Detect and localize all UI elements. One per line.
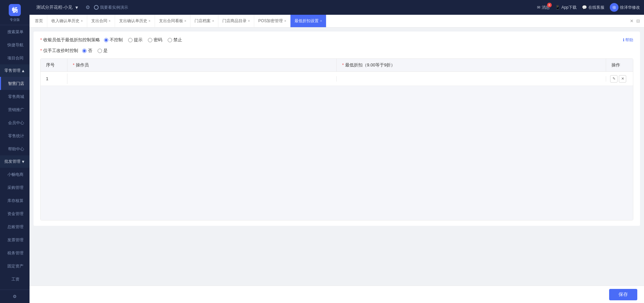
sidebar-logo: 畅 专业版 [0, 0, 30, 25]
sidebar-item-shortcut[interactable]: 快捷导航 [0, 38, 30, 51]
topbar: 测试分开花程-小见 ▼ ⚙ 我要看实例演示 ✉ 消息 8 📱 App下载 💬 在… [30, 0, 644, 15]
delete-button[interactable]: ✕ [619, 75, 626, 83]
message-button[interactable]: ✉ 消息 8 [537, 5, 550, 10]
tabs-actions: ✕ ⊟ [627, 18, 643, 23]
tab-store-file[interactable]: 门店档案 × [191, 15, 218, 28]
sidebar: 畅 专业版 搜索菜单 快捷导航 项目合同 零售管理 ▲ 智营门店 零售商城 营销… [0, 0, 30, 303]
col-header-operator: 操作员 [67, 59, 337, 71]
sidebar-item-smart-store[interactable]: 智营门店 [0, 77, 30, 90]
tab-close-income-confirm[interactable]: × [81, 19, 83, 23]
bottom-bar: 保存 [30, 286, 644, 303]
tab-close-min-discount[interactable]: × [320, 19, 322, 23]
radio-no-control[interactable]: 不控制 [104, 37, 123, 43]
discount-table: 序号 操作员 最低折扣（9.00等于9折） 操作 1 ✎ ✕ [40, 58, 633, 220]
online-service-button[interactable]: 💬 在线客服 [582, 5, 604, 10]
sidebar-item-marketing[interactable]: 营销推广 [0, 103, 30, 116]
tab-payment-confirm[interactable]: 支出确认单历史 × [115, 15, 155, 28]
topbar-right: ✉ 消息 8 📱 App下载 💬 在线客服 徐 徐泽华修改 [537, 3, 640, 12]
sidebar-item-payroll[interactable]: 工资 [0, 272, 30, 286]
sidebar-item-member[interactable]: 会员中心 [0, 116, 30, 129]
tabs-bar: 首页 收入确认单历史 × 支出合同 × 支出确认单历史 × 支出合同看板 × 门… [30, 15, 644, 28]
help-icon: ℹ [623, 38, 625, 42]
sidebar-item-online-store[interactable]: 零售商城 [0, 90, 30, 103]
chevron-down-icon: ▼ [21, 159, 25, 164]
sidebar-item-purchase[interactable]: 采购管理 [0, 181, 30, 194]
tab-home[interactable]: 首页 [31, 15, 47, 28]
sidebar-item-inventory[interactable]: 库存核算 [0, 194, 30, 207]
cell-seq-1: 1 [41, 73, 67, 84]
radio-remind[interactable]: 提示 [128, 37, 143, 43]
main-area: 测试分开花程-小见 ▼ ⚙ 我要看实例演示 ✉ 消息 8 📱 App下载 💬 在… [30, 0, 644, 303]
table-header: 序号 操作员 最低折扣（9.00等于9折） 操作 [41, 59, 633, 72]
sidebar-item-contract[interactable]: 项目合同 [0, 51, 30, 64]
message-badge: 8 [547, 3, 552, 7]
sidebar-item-invoice[interactable]: 发票管理 [0, 233, 30, 246]
table-row: 1 ✎ ✕ [41, 72, 633, 86]
page-content: 收银员低于最低折扣控制策略 不控制 提示 密码 [30, 28, 644, 286]
field2-label: 仅手工改价时控制 [40, 48, 78, 54]
tab-income-confirm[interactable]: 收入确认单历史 × [47, 15, 87, 28]
logo-text: 专业版 [10, 17, 20, 22]
col-header-seq: 序号 [41, 59, 67, 71]
sidebar-item-wholesale[interactable]: 批发管理 ▼ [0, 155, 30, 168]
sidebar-item-tax[interactable]: 税务管理 [0, 246, 30, 259]
sidebar-item-accounting[interactable]: 总账管理 [0, 220, 30, 233]
settings-icon[interactable]: ⚙ [86, 4, 90, 10]
sidebar-item-fixed-assets[interactable]: 固定资产 [0, 259, 30, 272]
radio-yes[interactable]: 是 [98, 48, 108, 54]
edit-button[interactable]: ✎ [610, 75, 618, 83]
col-header-action: 操作 [606, 59, 633, 71]
logo-icon: 畅 [9, 4, 21, 16]
tab-min-discount[interactable]: 最低折扣设置 × [290, 15, 326, 28]
radio-no[interactable]: 否 [82, 48, 92, 54]
message-icon: ✉ [537, 5, 540, 10]
cell-discount-1 [337, 76, 606, 82]
sidebar-item-retail[interactable]: 零售管理 ▲ [0, 64, 30, 77]
save-button[interactable]: 保存 [609, 289, 637, 300]
download-icon: 📱 [555, 5, 560, 10]
tabs-menu-icon[interactable]: ⊟ [636, 18, 640, 23]
tab-close-payment-confirm[interactable]: × [149, 19, 151, 23]
cell-action-1: ✎ ✕ [606, 72, 633, 85]
tab-close-pos-password[interactable]: × [284, 19, 286, 23]
tab-close-store-catalog[interactable]: × [248, 19, 250, 23]
tab-close-store-file[interactable]: × [212, 19, 214, 23]
cell-operator-1 [67, 76, 337, 82]
service-icon: 💬 [582, 5, 587, 10]
tab-payment-board[interactable]: 支出合同看板 × [155, 15, 191, 28]
help-link[interactable]: ℹ 帮助 [623, 37, 633, 43]
tab-close-payment-board[interactable]: × [184, 19, 186, 23]
demo-circle-icon [94, 5, 99, 10]
tabs-close-icon[interactable]: ✕ [630, 18, 634, 23]
user-menu[interactable]: 徐 徐泽华修改 [610, 3, 640, 12]
tab-close-payment-contract[interactable]: × [109, 19, 111, 23]
sidebar-item-finance[interactable]: 资金管理 [0, 207, 30, 220]
form-row-1: 收银员低于最低折扣控制策略 不控制 提示 密码 [40, 37, 633, 43]
sidebar-settings-button[interactable]: ⚙ [0, 290, 30, 303]
app-download-button[interactable]: 📱 App下载 [555, 5, 577, 10]
form-row-2: 仅手工改价时控制 否 是 [40, 48, 633, 54]
table-empty-area [41, 86, 633, 220]
col-header-discount: 最低折扣（9.00等于9折） [337, 59, 606, 71]
sidebar-item-ecommerce[interactable]: 小畅电商 [0, 168, 30, 181]
field1-radio-group: 不控制 提示 密码 禁止 [104, 37, 182, 43]
sidebar-item-help[interactable]: 帮助中心 [0, 142, 30, 155]
sidebar-item-search[interactable]: 搜索菜单 [0, 25, 30, 38]
form-card: 收银员低于最低折扣控制策略 不控制 提示 密码 [34, 32, 640, 226]
project-name: 测试分开花程-小见 [36, 4, 72, 10]
sidebar-item-retail-stats[interactable]: 零售统计 [0, 129, 30, 142]
tab-pos-password[interactable]: POS加密管理 × [254, 15, 290, 28]
chevron-down-icon: ▼ [74, 5, 79, 10]
avatar: 徐 [610, 3, 619, 12]
field2-radio-group: 否 是 [82, 48, 108, 54]
project-selector[interactable]: 测试分开花程-小见 ▼ [34, 3, 82, 12]
radio-password[interactable]: 密码 [148, 37, 162, 43]
chevron-up-icon: ▲ [21, 68, 25, 73]
demo-button[interactable]: 我要看实例演示 [94, 5, 128, 10]
field1-label: 收银员低于最低折扣控制策略 [40, 37, 100, 43]
radio-ban[interactable]: 禁止 [168, 37, 182, 43]
tab-store-catalog[interactable]: 门店商品目录 × [218, 15, 254, 28]
tab-payment-contract[interactable]: 支出合同 × [87, 15, 115, 28]
